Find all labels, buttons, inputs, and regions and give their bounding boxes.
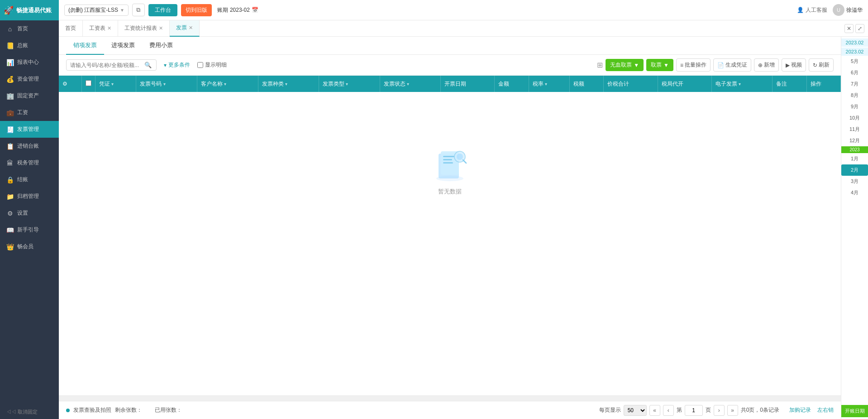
filter-button[interactable]: ▾ 更多条件	[164, 61, 190, 69]
date-month-12[interactable]: 12月	[841, 135, 868, 146]
sidebar-collapse-btn[interactable]: ◁◁ 取消固定	[0, 405, 59, 419]
content-main: 销项发票 进项发票 费用小票 🔍 ▾ 更多条件	[59, 37, 841, 419]
sidebar-item-guide[interactable]: 📖 新手引导	[0, 222, 59, 238]
invoice-status-filter-icon[interactable]: ▾	[407, 82, 409, 87]
date-month-3[interactable]: 3月	[841, 176, 868, 187]
col-voucher: 凭证 ▾	[95, 76, 136, 92]
date-month-11[interactable]: 11月	[841, 124, 868, 135]
period-label: 账期	[217, 6, 228, 14]
page-size-select[interactable]: 20 50 100	[624, 405, 647, 416]
new-button[interactable]: ⊕ 新增	[754, 58, 779, 72]
no-invoice-dropdown-icon: ▼	[634, 62, 639, 68]
voucher-filter-icon[interactable]: ▾	[111, 82, 114, 87]
col-e-invoice: 电子发票 ▾	[711, 76, 773, 92]
prev-page-button[interactable]: ‹	[663, 405, 674, 416]
select-all-checkbox[interactable]	[86, 80, 91, 86]
sidebar-item-settings-label: 设置	[17, 209, 28, 217]
tax-rate-filter-icon[interactable]: ▾	[545, 82, 547, 87]
last-page-button[interactable]: »	[727, 405, 738, 416]
sidebar-item-reports[interactable]: 📊 报表中心	[0, 54, 59, 71]
prev-page-icon: ‹	[668, 407, 669, 414]
date-month-9[interactable]: 9月	[841, 101, 868, 112]
batch-button[interactable]: ≡ 批量操作	[676, 58, 711, 72]
page-label: 第	[677, 406, 682, 414]
date-month-1[interactable]: 1月	[841, 153, 868, 164]
sidebar-item-assets[interactable]: 🏢 固定资产	[0, 87, 59, 104]
detail-toggle[interactable]: 显示明细	[197, 61, 227, 69]
invoice-type-filter-icon[interactable]: ▾	[285, 82, 287, 87]
copy-button[interactable]: ⧉	[132, 4, 145, 16]
search-box[interactable]: 🔍	[66, 59, 157, 71]
col-remark: 备注	[773, 76, 806, 92]
generate-voucher-button[interactable]: 📄 生成凭证	[713, 58, 751, 72]
subtab-expense-receipt[interactable]: 费用小票	[142, 37, 180, 55]
date-month-2-active[interactable]: 2月	[841, 164, 868, 176]
invoice-cat-filter-icon[interactable]: ▾	[346, 82, 348, 87]
assets-icon: 🏢	[6, 92, 14, 100]
col-checkbox[interactable]	[81, 76, 95, 92]
subtab-purchase-invoice[interactable]: 进项发票	[104, 37, 142, 55]
topbar: (勿删) 江西服宝-LSS ▼ ⧉ 工作台 切到旧版 账期 2023-02 📅 …	[59, 0, 868, 20]
ledger-icon: 📒	[6, 42, 14, 49]
open-date-button[interactable]: 开账日期	[841, 405, 868, 417]
tab-salary-table[interactable]: 工资表 ✕	[83, 20, 118, 37]
tab-invoice-close[interactable]: ✕	[189, 25, 193, 31]
date-month-5[interactable]: 5月	[841, 56, 868, 67]
date-month-7[interactable]: 7月	[841, 78, 868, 90]
sidebar-item-close[interactable]: 🔒 结账	[0, 171, 59, 188]
user-menu[interactable]: U 徐溢华	[833, 4, 863, 16]
search-input[interactable]	[70, 62, 143, 68]
sidebar-item-settings[interactable]: ⚙ 设置	[0, 205, 59, 222]
first-page-button[interactable]: «	[649, 405, 660, 416]
total-text: 共0页，0条记录	[741, 406, 779, 414]
next-page-button[interactable]: ›	[714, 405, 725, 416]
switch-version-button[interactable]: 切到旧版	[181, 4, 212, 16]
company-selector[interactable]: (勿删) 江西服宝-LSS ▼	[64, 5, 129, 16]
sidebar-item-member[interactable]: 👑 畅会员	[0, 238, 59, 255]
sidebar-item-archive[interactable]: 📁 归档管理	[0, 188, 59, 205]
tab-salary-table-close[interactable]: ✕	[107, 25, 111, 31]
sidebar-item-sales[interactable]: 📋 进销台账	[0, 138, 59, 154]
page-input[interactable]	[685, 405, 703, 416]
date-month-8[interactable]: 8月	[841, 90, 868, 101]
sidebar-item-guide-label: 新手引导	[17, 226, 39, 234]
video-button[interactable]: ▶ 视频	[782, 58, 806, 72]
col-settings[interactable]: ⚙	[59, 76, 81, 92]
sidebar-item-invoices[interactable]: 🧾 发票管理	[0, 121, 59, 138]
refresh-button[interactable]: ↻ 刷新	[809, 58, 834, 72]
video-icon: ▶	[786, 62, 790, 68]
tab-salary-stats-close[interactable]: ✕	[159, 25, 163, 31]
date-month-4[interactable]: 4月	[841, 187, 868, 198]
sidebar-item-funds[interactable]: 💰 资金管理	[0, 71, 59, 87]
subtab-purchase-label: 进项发票	[111, 41, 135, 49]
member-icon: 👑	[6, 243, 14, 250]
sidebar-item-home[interactable]: ⌂ 首页	[0, 20, 59, 37]
tab-maximize-button[interactable]: ⤢	[855, 24, 864, 33]
left-right-link[interactable]: 左右销	[817, 406, 834, 414]
tab-close-button[interactable]: ✕	[844, 24, 854, 33]
e-invoice-filter-icon[interactable]: ▾	[739, 82, 741, 87]
date-panel-header2[interactable]: 2023.02	[841, 48, 868, 56]
tab-invoice[interactable]: 发票 ✕	[170, 20, 200, 37]
content-wrapper: 销项发票 进项发票 费用小票 🔍 ▾ 更多条件	[59, 37, 868, 419]
service-button[interactable]: 👤 人工客服	[797, 6, 827, 14]
add-record-link[interactable]: 加购记录	[789, 406, 811, 414]
sidebar-item-salary[interactable]: 💼 工资	[0, 104, 59, 121]
detail-checkbox[interactable]	[197, 62, 203, 68]
tab-salary-stats[interactable]: 工资统计报表 ✕	[118, 20, 170, 37]
sidebar-item-tax[interactable]: 🏛 税务管理	[0, 154, 59, 171]
check-label: 发票查验及拍照	[73, 406, 111, 414]
invoice-button[interactable]: 取票 ▼	[646, 59, 673, 71]
tab-home[interactable]: 首页	[59, 20, 83, 37]
invoice-no-filter-icon[interactable]: ▾	[163, 82, 166, 87]
scrollbar[interactable]	[59, 395, 841, 401]
workbench-button[interactable]: 工作台	[148, 4, 177, 16]
customer-filter-icon[interactable]: ▾	[224, 82, 226, 87]
date-month-6[interactable]: 6月	[841, 67, 868, 78]
date-month-10[interactable]: 10月	[841, 112, 868, 124]
subtab-sales-invoice[interactable]: 销项发票	[66, 37, 104, 55]
no-invoice-button[interactable]: 无血取票 ▼	[606, 59, 644, 71]
grid-layout-icon[interactable]: ⊞	[597, 61, 603, 69]
date-panel-header1[interactable]: 2023.02	[841, 39, 868, 47]
sidebar-item-ledger[interactable]: 📒 总账	[0, 37, 59, 54]
